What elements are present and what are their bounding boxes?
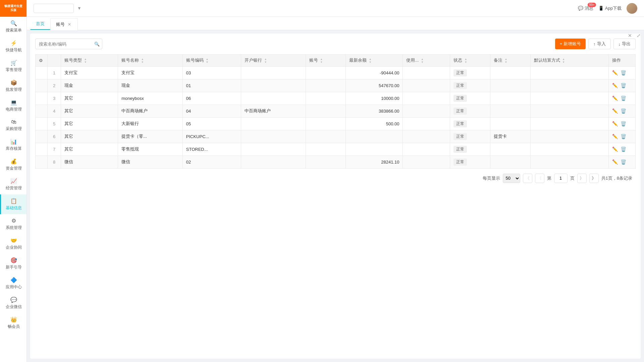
delete-icon[interactable]: 🗑️	[621, 83, 626, 88]
accounts-table: ⚙ 账号类型 ▲▼ 账号名称 ▲▼ 账号编码 ▲▼	[35, 54, 636, 169]
sidebar-item-capital-mgmt[interactable]: 💰 资金管理	[0, 155, 26, 175]
add-account-button[interactable]: + 新增账号	[555, 39, 586, 49]
global-search-input[interactable]	[34, 4, 74, 13]
close-window-btn[interactable]: ✕	[626, 32, 634, 40]
message-button[interactable]: 💬 消息 99+	[578, 5, 593, 11]
sort-icon-code: ▲▼	[206, 58, 208, 64]
sidebar-item-search-menu[interactable]: 🔍 搜索菜单	[0, 17, 26, 37]
expand-window-btn[interactable]: ⤢	[635, 32, 643, 40]
edit-icon[interactable]: ✏️	[612, 96, 618, 101]
edit-icon[interactable]: ✏️	[612, 70, 618, 75]
col-balance[interactable]: 最新余额 ▲▼	[346, 55, 403, 67]
row-bank	[241, 92, 306, 105]
row-code: PICKUPC...	[182, 130, 241, 143]
sidebar-item-purchase-mgmt[interactable]: 🛍 采购管理	[0, 116, 26, 135]
retail-mgmt-icon: 🛒	[10, 60, 17, 66]
table-row: 4 其它 中百商场账户 04 中百商场账户 383866.00 正常 ✏️ 🗑️	[36, 105, 636, 117]
col-bank[interactable]: 开户银行 ▲▼	[241, 55, 306, 67]
row-bank	[241, 79, 306, 92]
col-default-settle[interactable]: 默认结算方式 ▲▼	[530, 55, 608, 67]
delete-icon[interactable]: 🗑️	[621, 108, 626, 114]
table-row: 6 其它 提货卡（零... PICKUPC... 正常 提货卡 ✏️ 🗑️	[36, 130, 636, 143]
sidebar-item-enterprise-agreement[interactable]: 🤝 企业协同	[0, 234, 26, 254]
sidebar-item-label: 基础信息	[6, 205, 22, 211]
last-page-button[interactable]: 》	[589, 174, 599, 183]
row-code: STORED...	[182, 143, 241, 156]
row-remark	[490, 79, 530, 92]
col-action: 操作	[609, 55, 636, 67]
sidebar-item-wholesale-mgmt[interactable]: 📦 批发管理	[0, 76, 26, 96]
import-icon: ↑	[593, 42, 596, 47]
search-button[interactable]: 🔍	[94, 42, 100, 47]
row-num: 2	[48, 79, 61, 92]
delete-icon[interactable]: 🗑️	[621, 146, 626, 152]
row-bank	[241, 156, 306, 168]
tab-accounts[interactable]: 账号 ✕	[50, 18, 78, 30]
table-row: 8 微信 微信 02 28241.10 正常 ✏️ 🗑️	[36, 156, 636, 168]
sidebar-item-inventory-calc[interactable]: 📊 库存核算	[0, 135, 26, 155]
col-code[interactable]: 账号编码 ▲▼	[182, 55, 241, 67]
tab-home[interactable]: 首页	[30, 18, 50, 30]
col-usage[interactable]: 使用... ▲▼	[403, 55, 450, 67]
sidebar-item-ecommerce-mgmt[interactable]: 💻 电商管理	[0, 96, 26, 116]
prev-page-button[interactable]: 〈	[535, 174, 544, 183]
search-input[interactable]	[35, 39, 102, 49]
col-remark[interactable]: 备注 ▲▼	[490, 55, 530, 67]
delete-icon[interactable]: 🗑️	[621, 159, 626, 165]
row-remark	[490, 156, 530, 168]
import-button[interactable]: ↑ 导入	[588, 39, 611, 49]
sidebar-item-vip-member[interactable]: 👑 畅会员	[0, 313, 26, 333]
sidebar-item-basic-info[interactable]: 📋 基础信息	[0, 194, 26, 214]
edit-icon[interactable]: ✏️	[612, 159, 618, 165]
operation-mgmt-icon: 📈	[10, 178, 17, 184]
col-name[interactable]: 账号名称 ▲▼	[118, 55, 183, 67]
sidebar-item-new-guide[interactable]: 🎯 新手引导	[0, 254, 26, 274]
row-status: 正常	[450, 92, 490, 105]
next-page-button[interactable]: 〉	[577, 174, 587, 183]
delete-icon[interactable]: 🗑️	[621, 134, 626, 139]
delete-icon[interactable]: 🗑️	[621, 121, 626, 126]
row-type: 其它	[61, 117, 118, 130]
search-input-wrap: 🔍	[35, 39, 102, 49]
content-panel: 🔍 + 新增账号 ↑ 导入 ↓ 导出	[30, 34, 641, 359]
sidebar-item-operation-mgmt[interactable]: 📈 经营管理	[0, 175, 26, 194]
app-name: 畅捷通对生意	[4, 4, 22, 8]
row-status: 正常	[450, 117, 490, 130]
row-usage	[403, 143, 450, 156]
row-name: 零售抵现	[118, 143, 183, 156]
col-type[interactable]: 账号类型 ▲▼	[61, 55, 118, 67]
sort-icon-type: ▲▼	[84, 58, 87, 64]
user-avatar[interactable]	[627, 3, 637, 14]
col-status[interactable]: 状态 ▲▼	[450, 55, 490, 67]
row-name: 大新银行	[118, 117, 183, 130]
row-settings-icon	[36, 143, 48, 156]
page-size-select[interactable]: 50 20 100	[503, 174, 520, 183]
row-actions: ✏️ 🗑️	[609, 92, 636, 105]
row-remark: 提货卡	[490, 130, 530, 143]
edit-icon[interactable]: ✏️	[612, 146, 618, 152]
status-badge: 正常	[453, 120, 467, 127]
app-download-button[interactable]: 📱 App下载	[598, 5, 622, 11]
dropdown-arrow-icon[interactable]: ▼	[77, 6, 82, 11]
window-controls: ✕ ⤢	[625, 30, 644, 41]
col-account[interactable]: 账号 ▲▼	[306, 55, 346, 67]
edit-icon[interactable]: ✏️	[612, 121, 618, 126]
sidebar-item-app-center[interactable]: 🔷 应用中心	[0, 274, 26, 293]
page-input[interactable]	[554, 174, 568, 183]
tab-accounts-close[interactable]: ✕	[67, 22, 72, 27]
first-page-button[interactable]: 《	[523, 174, 532, 183]
sidebar-item-enterprise-wechat[interactable]: 💬 企业微信	[0, 293, 26, 313]
delete-icon[interactable]: 🗑️	[621, 70, 626, 75]
edit-icon[interactable]: ✏️	[612, 134, 618, 139]
message-badge: 99+	[588, 3, 596, 7]
row-num: 5	[48, 117, 61, 130]
sidebar-item-system-mgmt[interactable]: ⚙ 系统管理	[0, 214, 26, 234]
col-settings[interactable]: ⚙	[36, 55, 48, 67]
system-mgmt-icon: ⚙	[11, 218, 16, 224]
delete-icon[interactable]: 🗑️	[621, 96, 626, 101]
edit-icon[interactable]: ✏️	[612, 108, 618, 114]
sidebar-item-retail-mgmt[interactable]: 🛒 零售管理	[0, 56, 26, 76]
sidebar-item-shortcut-nav[interactable]: ⚡ 快捷导航	[0, 37, 26, 56]
edit-icon[interactable]: ✏️	[612, 83, 618, 88]
row-actions: ✏️ 🗑️	[609, 105, 636, 117]
